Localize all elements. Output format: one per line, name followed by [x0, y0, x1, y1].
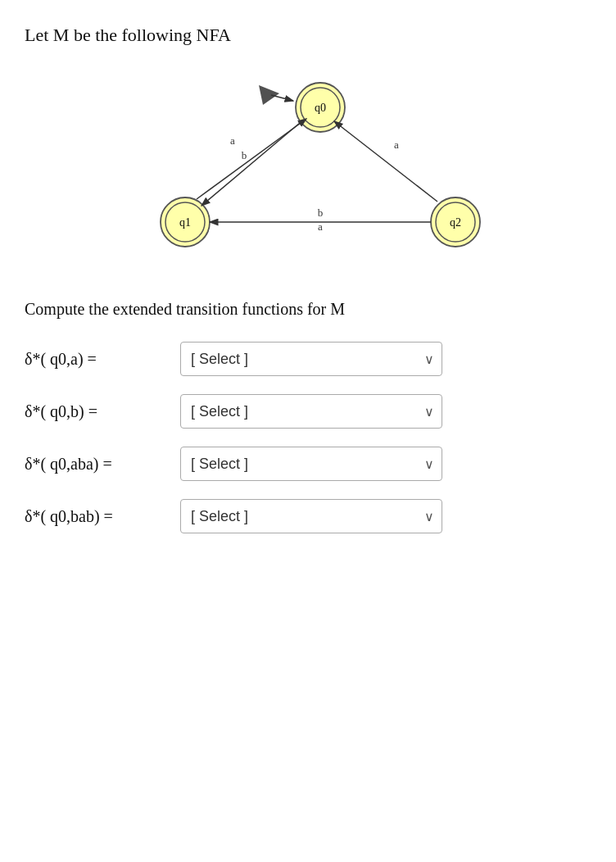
question-row-2: δ*( q0,b) =[ Select ]{q0}{q1}{q2}{q0,q1}… — [25, 394, 591, 429]
select-dropdown-4[interactable]: [ Select ]{q0}{q1}{q2}{q0,q1}{q0,q2}{q1,… — [180, 499, 442, 533]
svg-line-17 — [334, 121, 437, 202]
question-label-1: δ*( q0,a) = — [25, 350, 180, 369]
svg-text:a: a — [318, 220, 323, 233]
svg-line-13 — [202, 123, 300, 206]
svg-text:a: a — [230, 134, 235, 147]
question-row-1: δ*( q0,a) =[ Select ]{q0}{q1}{q2}{q0,q1}… — [25, 342, 591, 376]
question-row-4: δ*( q0,bab) =[ Select ]{q0}{q1}{q2}{q0,q… — [25, 499, 591, 533]
select-dropdown-1[interactable]: [ Select ]{q0}{q1}{q2}{q0,q1}{q0,q2}{q1,… — [180, 342, 442, 376]
select-wrapper-2: [ Select ]{q0}{q1}{q2}{q0,q1}{q0,q2}{q1,… — [180, 394, 442, 429]
svg-text:q2: q2 — [450, 216, 461, 229]
select-wrapper-1: [ Select ]{q0}{q1}{q2}{q0,q1}{q0,q2}{q1,… — [180, 342, 442, 376]
question-label-4: δ*( q0,bab) = — [25, 507, 180, 526]
page-title: Let M be the following NFA — [25, 25, 591, 46]
svg-text:b: b — [242, 149, 247, 161]
svg-marker-12 — [259, 85, 279, 105]
select-dropdown-3[interactable]: [ Select ]{q0}{q1}{q2}{q0,q1}{q0,q2}{q1,… — [180, 447, 442, 481]
question-label-2: δ*( q0,b) = — [25, 402, 180, 421]
nfa-diagram: q0 q1 q2 b a a b a — [25, 62, 591, 275]
question-row-3: δ*( q0,aba) =[ Select ]{q0}{q1}{q2}{q0,q… — [25, 447, 591, 481]
select-wrapper-3: [ Select ]{q0}{q1}{q2}{q0,q1}{q0,q2}{q1,… — [180, 447, 442, 481]
svg-line-15 — [197, 119, 306, 199]
subtitle: Compute the extended transition function… — [25, 300, 591, 319]
svg-text:a: a — [394, 138, 399, 151]
svg-text:q0: q0 — [315, 102, 326, 114]
svg-text:b: b — [318, 206, 324, 219]
question-label-3: δ*( q0,aba) = — [25, 455, 180, 474]
svg-text:q1: q1 — [179, 216, 191, 229]
select-dropdown-2[interactable]: [ Select ]{q0}{q1}{q2}{q0,q1}{q0,q2}{q1,… — [180, 394, 442, 429]
select-wrapper-4: [ Select ]{q0}{q1}{q2}{q0,q1}{q0,q2}{q1,… — [180, 499, 442, 533]
